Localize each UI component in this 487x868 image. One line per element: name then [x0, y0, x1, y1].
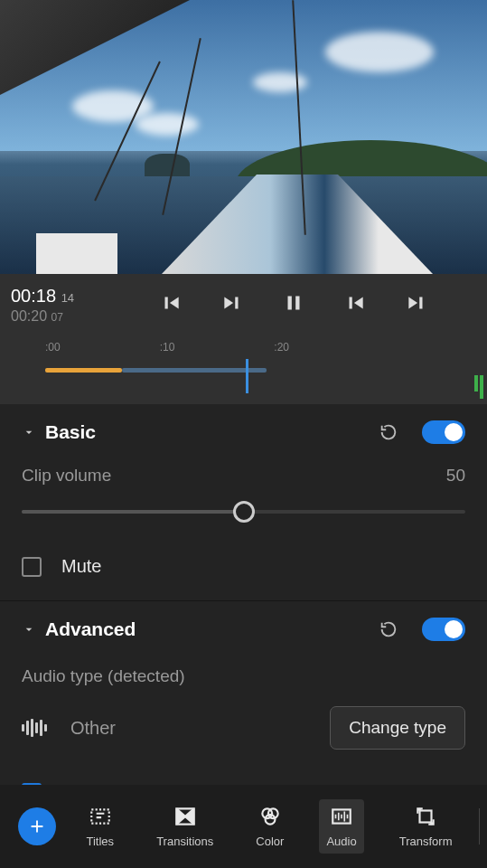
clip-volume-label: Clip volume	[22, 466, 434, 486]
pause-button[interactable]	[282, 291, 305, 318]
skip-forward-button[interactable]	[405, 291, 428, 318]
step-forward-button[interactable]	[343, 291, 367, 318]
basic-section-header[interactable]: Basic	[0, 404, 487, 457]
svg-point-2	[265, 815, 275, 825]
timecode: 00:18 14 00:20 07	[11, 284, 110, 326]
tab-label: Transitions	[156, 835, 213, 848]
playhead[interactable]	[246, 359, 248, 393]
clip-volume-value: 50	[446, 466, 465, 486]
tab-color[interactable]: Color	[248, 799, 291, 854]
transform-icon	[414, 805, 437, 828]
add-button[interactable]	[18, 807, 56, 845]
reset-icon[interactable]	[379, 619, 398, 639]
audio-type-label-row: Audio type (detected)	[0, 654, 487, 703]
plus-icon	[27, 816, 47, 836]
tab-transitions[interactable]: Transitions	[149, 799, 220, 854]
clip-volume-row: Clip volume 50	[0, 457, 487, 495]
titles-icon	[89, 805, 112, 828]
basic-toggle[interactable]	[422, 420, 465, 444]
tab-titles[interactable]: Titles	[80, 799, 122, 854]
video-preview[interactable]	[0, 0, 487, 274]
tab-list: Titles Transitions Color Audio Transform	[65, 799, 473, 854]
tick-label: :00	[45, 341, 61, 354]
tab-label: Color	[256, 835, 284, 848]
timecode-total: 00:20	[11, 308, 47, 324]
step-back-button[interactable]	[220, 291, 244, 318]
tick-label: :10	[160, 341, 175, 354]
reset-icon[interactable]	[379, 422, 398, 442]
timeline-ticks: :00 :10 :20	[45, 341, 289, 354]
advanced-section-header[interactable]: Advanced	[0, 601, 487, 654]
svg-rect-4	[420, 811, 432, 823]
slider-thumb[interactable]	[233, 501, 255, 523]
mute-row: Mute	[0, 542, 487, 600]
tick-label: :20	[274, 341, 289, 354]
timeline[interactable]: :00 :10 :20	[0, 335, 487, 404]
timecode-total-frames: 07	[52, 311, 63, 324]
auto-volume-row: Auto volume	[0, 768, 487, 785]
audio-level-indicator	[474, 375, 483, 399]
playback-controls	[110, 291, 476, 318]
tab-transform[interactable]: Transform	[392, 799, 460, 854]
tab-label: Titles	[87, 835, 115, 848]
waveform-icon	[22, 719, 47, 737]
chevron-down-icon	[22, 622, 36, 637]
timecode-current: 00:18	[11, 286, 56, 306]
bottom-tab-bar: Titles Transitions Color Audio Transform	[0, 785, 487, 868]
clip-segment-2[interactable]	[122, 368, 267, 373]
advanced-title: Advanced	[45, 618, 370, 640]
inspector-panels: Basic Clip volume 50 Mute Advanced Audio…	[0, 404, 487, 785]
audio-icon	[330, 805, 353, 828]
auto-volume-label: Auto volume	[61, 782, 162, 785]
mute-label: Mute	[61, 556, 101, 577]
tab-label: Transform	[399, 835, 453, 848]
app-root: 00:18 14 00:20 07 :00 :10 :20 Basic	[0, 0, 487, 868]
transitions-icon	[173, 805, 197, 828]
advanced-toggle[interactable]	[422, 618, 465, 641]
audio-type-row: Other Change type	[0, 703, 487, 768]
tab-label: Audio	[326, 835, 356, 848]
tab-audio[interactable]: Audio	[319, 799, 363, 854]
audio-type-label: Audio type (detected)	[22, 666, 465, 686]
mute-checkbox[interactable]	[22, 557, 42, 577]
auto-volume-checkbox[interactable]	[22, 783, 42, 786]
chevron-down-icon	[22, 425, 36, 439]
tab-separator	[479, 808, 480, 844]
basic-title: Basic	[45, 421, 370, 443]
clip-segment-1[interactable]	[45, 368, 122, 373]
clip-volume-slider[interactable]	[22, 498, 465, 525]
change-type-button[interactable]: Change type	[330, 706, 465, 750]
skip-back-button[interactable]	[159, 291, 183, 318]
color-icon	[258, 805, 282, 828]
timeline-track[interactable]	[45, 368, 442, 373]
timecode-current-frames: 14	[61, 291, 74, 305]
transport-bar: 00:18 14 00:20 07	[0, 274, 487, 335]
audio-type-value: Other	[70, 718, 317, 739]
